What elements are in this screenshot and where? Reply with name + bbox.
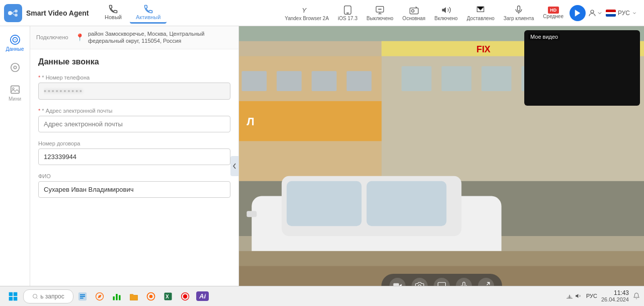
svg-rect-68 (14, 296, 18, 300)
svg-marker-18 (575, 10, 581, 17)
taskbar-app5-button[interactable]: X (160, 288, 176, 304)
tool-ios-label: iOS 17.3 (338, 16, 358, 21)
svg-rect-41 (239, 101, 381, 141)
name-input[interactable] (38, 181, 230, 198)
svg-rect-16 (518, 6, 520, 11)
tool-ios[interactable]: iOS 17.3 (334, 4, 362, 22)
tool-yandex[interactable]: Y Yandex Browser 2A (281, 4, 333, 22)
sidebar-item-data[interactable]: Данные (2, 30, 28, 56)
call-new-label: Новый (105, 14, 122, 20)
delivered-icon (475, 5, 486, 15)
phone-input[interactable] (38, 83, 230, 100)
svg-point-3 (15, 14, 18, 17)
folder-icon (129, 291, 139, 301)
svg-point-80 (149, 294, 153, 298)
taskbar-folder-button[interactable] (126, 288, 142, 304)
svg-text:FIX: FIX (476, 44, 491, 54)
tool-camera[interactable]: Основная (398, 4, 430, 22)
svg-point-1 (8, 11, 12, 15)
svg-rect-40 (347, 71, 372, 91)
tool-camera-label: Основная (403, 16, 426, 21)
svg-rect-76 (113, 296, 115, 300)
center-area: FIX Л (239, 26, 644, 306)
mic-icon (514, 5, 524, 15)
tool-mic[interactable]: Загр клиента (500, 4, 538, 22)
sidebar-item-mini[interactable]: Мини (2, 80, 28, 106)
taskbar-compass-button[interactable] (92, 288, 108, 304)
lang-flag (606, 10, 616, 17)
email-input[interactable] (38, 116, 230, 132)
tool-hd[interactable]: HD Среднее (539, 6, 568, 20)
svg-line-63 (487, 282, 489, 285)
svg-rect-32 (401, 66, 432, 91)
user-icon (588, 9, 597, 18)
svg-text:X: X (166, 294, 169, 299)
taskbar-files-button[interactable] (74, 288, 91, 304)
name-label: ФИО (38, 173, 230, 179)
system-tray: РУС 11:43 26.04.2024 (566, 289, 640, 303)
taskbar-record-button[interactable] (177, 288, 193, 304)
contract-input[interactable] (38, 148, 230, 165)
user-menu-button[interactable] (588, 9, 603, 18)
ai-badge: Ai (196, 291, 209, 301)
svg-rect-39 (311, 71, 337, 91)
chart-icon (112, 291, 122, 301)
svg-point-84 (183, 294, 187, 298)
logo-icon (4, 4, 22, 22)
image-icon (10, 84, 21, 95)
avatar[interactable] (570, 5, 586, 21)
svg-rect-33 (442, 66, 472, 91)
contract-group: Номер договора (38, 140, 230, 165)
taskbar-search-text: ь запрос (40, 293, 64, 300)
svg-rect-8 (347, 13, 349, 14)
tray-volume-icon (575, 292, 582, 299)
svg-rect-74 (80, 297, 84, 298)
app5-icon: X (163, 291, 173, 301)
sound-icon (441, 5, 451, 15)
mini-video-feed (524, 30, 640, 106)
taskbar-time: 11:43 (601, 289, 629, 296)
taskbar-search-button[interactable]: ь запрос (23, 289, 73, 303)
taskbar-start-button[interactable] (4, 288, 22, 304)
files-icon (77, 291, 88, 301)
search-icon (32, 293, 38, 299)
taskbar-date: 26.04.2024 (601, 296, 629, 303)
ios-icon (343, 5, 353, 15)
logo: Smart Video Agent (4, 4, 95, 22)
tool-yandex-label: Yandex Browser 2A (285, 16, 329, 21)
tool-off[interactable]: Выключено (363, 4, 397, 22)
tool-sound[interactable]: Включено (431, 4, 462, 22)
app-name: Smart Video Agent (26, 9, 89, 17)
language-selector[interactable]: РУС (603, 8, 640, 19)
panel-content: Данные звонка * * Номер телефона * * Адр… (30, 49, 238, 306)
header-tools: Y Yandex Browser 2A iOS 17.3 Выключено (281, 4, 568, 22)
lang-chevron-icon (632, 11, 637, 16)
taskbar-chart-button[interactable] (109, 288, 125, 304)
taskbar: ь запрос (0, 286, 644, 306)
camera-icon (409, 5, 419, 15)
taskbar-browser-button[interactable] (143, 288, 159, 304)
data-icon (10, 34, 21, 45)
call-tabs: Новый Активный (99, 2, 167, 24)
mini-video-label: Мое видео (528, 33, 560, 40)
sidebar-item-circle[interactable] (2, 58, 28, 78)
phone-active-icon (143, 4, 153, 14)
tray-lang-label: РУС (586, 293, 597, 299)
call-new-tab[interactable]: Новый (99, 2, 128, 24)
tool-delivered[interactable]: Доставлено (463, 4, 499, 22)
svg-line-70 (37, 297, 38, 298)
call-active-tab[interactable]: Активный (130, 2, 167, 24)
taskbar-clock: 11:43 26.04.2024 (601, 289, 629, 303)
svg-rect-78 (119, 295, 120, 300)
header: Smart Video Agent Новый Активный Y Yande… (0, 0, 644, 26)
email-group: * * Адрес электронной почты (38, 108, 230, 132)
hd-badge: HD (548, 7, 559, 14)
windows-icon (8, 291, 18, 301)
location-icon: 📍 (75, 33, 84, 41)
lang-label: РУС (618, 10, 630, 17)
collapse-panel-button[interactable] (230, 156, 238, 176)
tray-network-icon (566, 292, 573, 299)
tray-notification-icon (633, 292, 640, 299)
collapse-icon (232, 163, 236, 169)
tool-hd-label: Среднее (543, 14, 564, 19)
